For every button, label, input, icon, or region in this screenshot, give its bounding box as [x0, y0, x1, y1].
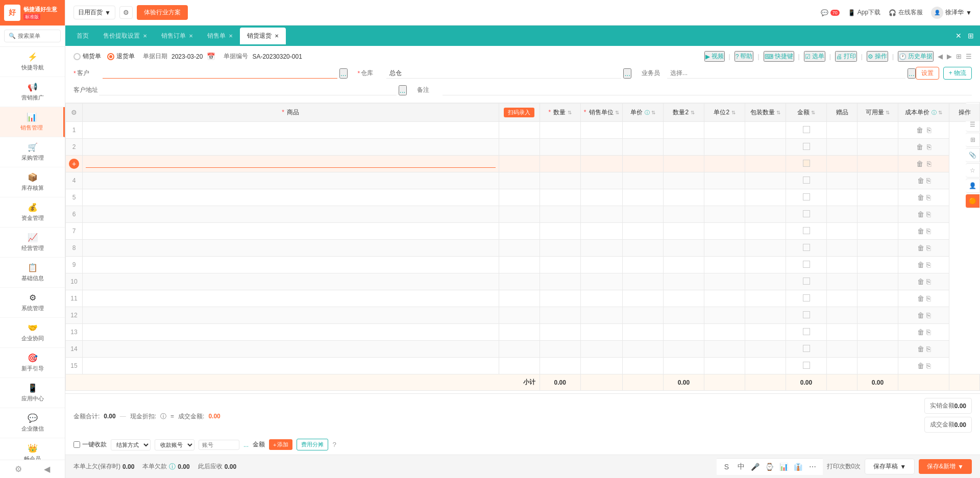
copy-row-14-btn[interactable]: ⎘	[925, 344, 932, 354]
history-action-btn[interactable]: 🕐 历史单据	[898, 51, 934, 62]
gift-checkbox-11[interactable]	[803, 294, 810, 301]
pkg-sort-icon[interactable]: ⇅	[776, 110, 780, 115]
amount-cell-2[interactable]	[745, 139, 786, 156]
copy-row-6-btn[interactable]: ⎘	[925, 209, 932, 219]
goods-cell-1[interactable]	[83, 122, 499, 139]
float-active-btn[interactable]: 🟠	[966, 194, 980, 208]
settings-btn[interactable]: 设置	[916, 67, 939, 80]
delete-row-1-btn[interactable]: 🗑	[915, 125, 924, 135]
goods-cell-3[interactable]	[83, 156, 499, 172]
taskbar-icon-3[interactable]: 🎤	[749, 461, 762, 473]
help-action-btn[interactable]: ? 帮助	[734, 51, 754, 62]
taskbar-icon-2[interactable]: 中	[735, 461, 747, 473]
gift-checkbox-1[interactable]	[803, 126, 810, 133]
app-download-btn[interactable]: 📱 App下载	[848, 8, 880, 17]
payment-help-btn[interactable]: ?	[332, 441, 336, 448]
taskbar-icon-4[interactable]: ⌚	[764, 461, 776, 473]
tab-close-sales[interactable]: ✕	[229, 33, 233, 39]
select-action-btn[interactable]: ☑ 选单	[804, 51, 825, 62]
amount-cell-3[interactable]	[745, 156, 786, 172]
delete-row-11-btn[interactable]: 🗑	[916, 293, 925, 304]
gift-checkbox-6[interactable]	[803, 210, 810, 217]
copy-row-13-btn[interactable]: ⎘	[925, 327, 932, 337]
tab-home[interactable]: 首页	[69, 28, 96, 44]
logistics-btn[interactable]: + 物流	[943, 67, 972, 80]
unit2-cell-3[interactable]	[664, 156, 704, 172]
taskbar-icon-5[interactable]: 📊	[778, 461, 790, 473]
gift-checkbox-2[interactable]	[803, 143, 810, 150]
return-bill-radio[interactable]: 退货单	[107, 52, 135, 61]
shortcut-action-btn[interactable]: ⌨ 快捷键	[764, 51, 794, 62]
tab-expand-btn[interactable]: ⊞	[966, 31, 976, 41]
copy-row-10-btn[interactable]: ⎘	[925, 276, 932, 287]
sidebar-item-purchase[interactable]: 🛒 采购管理	[0, 137, 65, 167]
account-number-input[interactable]	[199, 440, 239, 450]
goods-input-1[interactable]	[86, 127, 496, 134]
qty2-sort-icon[interactable]: ⇅	[691, 110, 695, 115]
delete-row-3-btn[interactable]: 🗑	[915, 159, 924, 169]
pkg-qty-cell-3[interactable]	[704, 156, 745, 172]
settlement-method-select[interactable]: 结算方式	[111, 439, 151, 450]
price-info-icon[interactable]: ⓘ	[645, 110, 650, 115]
sales-unit-cell-1[interactable]	[540, 122, 580, 139]
unit-price-cell-3[interactable]	[580, 156, 622, 172]
sidebar-item-apps[interactable]: 📱 应用中心	[0, 378, 65, 408]
gift-checkbox-3[interactable]	[803, 160, 810, 167]
sidebar-item-shortcut[interactable]: ⚡ 快捷导航	[0, 47, 65, 77]
delete-row-10-btn[interactable]: 🗑	[916, 276, 925, 287]
warehouse-select-btn[interactable]: ...	[623, 68, 631, 79]
sidebar-item-inventory[interactable]: 📦 库存核算	[0, 167, 65, 197]
delete-row-7-btn[interactable]: 🗑	[916, 226, 925, 236]
tab-close-all-btn[interactable]: ✕	[953, 31, 964, 41]
customer-input[interactable]	[103, 68, 337, 79]
date-picker-btn[interactable]: 📅	[207, 53, 215, 60]
customer-select-btn[interactable]: ...	[339, 68, 348, 79]
experience-btn[interactable]: 体验行业方案	[137, 5, 188, 20]
pkg-qty-cell-1[interactable]	[704, 122, 745, 139]
remarks-input[interactable]	[443, 85, 972, 95]
amount-sort-icon[interactable]: ⇅	[811, 110, 815, 115]
sales-unit-cell-3[interactable]	[540, 156, 580, 172]
save-draft-btn[interactable]: 保存草稿 ▼	[865, 459, 915, 474]
gift-checkbox-9[interactable]	[803, 261, 810, 268]
delete-row-8-btn[interactable]: 🗑	[916, 243, 925, 253]
address-input[interactable]	[99, 85, 397, 95]
sidebar-item-operations[interactable]: 📈 经营管理	[0, 228, 65, 258]
available-sort-icon[interactable]: ⇅	[886, 110, 890, 115]
settings-gear-btn[interactable]: ⚙	[119, 6, 133, 19]
copy-row-15-btn[interactable]: ⎘	[925, 361, 932, 371]
qty-cell-3[interactable]	[499, 156, 540, 172]
gift-checkbox-10[interactable]	[803, 278, 810, 285]
copy-row-3-btn[interactable]: ⎘	[926, 159, 932, 169]
copy-row-9-btn[interactable]: ⎘	[925, 260, 932, 270]
address-select-btn[interactable]: ...	[399, 85, 407, 95]
account-method-select[interactable]: 收款账号	[155, 439, 194, 450]
cost-info-icon[interactable]: ⓘ	[932, 110, 937, 115]
goods-cell-2[interactable]	[83, 139, 499, 156]
copy-row-2-btn[interactable]: ⎘	[926, 142, 932, 152]
taskbar-icon-7[interactable]: ⋯	[806, 461, 819, 473]
sales-unit-cell-2[interactable]	[540, 139, 580, 156]
print-action-btn[interactable]: 🖨 打印	[835, 51, 857, 62]
fee-split-btn[interactable]: 费用分摊	[297, 439, 328, 450]
sidebar-item-guide[interactable]: 🎯 新手引导	[0, 348, 65, 378]
float-expand-btn[interactable]: ⊞	[966, 133, 980, 147]
nav-next-btn[interactable]: ▶	[947, 53, 952, 60]
delete-row-2-btn[interactable]: 🗑	[915, 142, 924, 152]
gift-checkbox-14[interactable]	[803, 345, 810, 352]
cost-sort-icon[interactable]: ⇅	[938, 110, 942, 115]
delete-row-13-btn[interactable]: 🗑	[916, 327, 925, 337]
add-payment-btn[interactable]: + 添加	[269, 439, 292, 450]
cost-unit-cell-1[interactable]	[857, 122, 898, 139]
delete-row-4-btn[interactable]: 🗑	[916, 175, 925, 186]
unit2-sort-icon[interactable]: ⇅	[731, 110, 736, 115]
unit-price-cell-1[interactable]	[580, 122, 622, 139]
sidebar-collapse-btn[interactable]: ◀	[44, 464, 50, 474]
unit-price-cell-2[interactable]	[580, 139, 622, 156]
copy-row-8-btn[interactable]: ⎘	[925, 243, 932, 253]
qty-cell-2[interactable]	[499, 139, 540, 156]
cost-unit-cell-3[interactable]	[857, 156, 898, 172]
float-star-btn[interactable]: ☆	[966, 163, 980, 178]
sidebar-item-basic[interactable]: 📋 基础信息	[0, 258, 65, 288]
copy-row-7-btn[interactable]: ⎘	[925, 226, 932, 236]
